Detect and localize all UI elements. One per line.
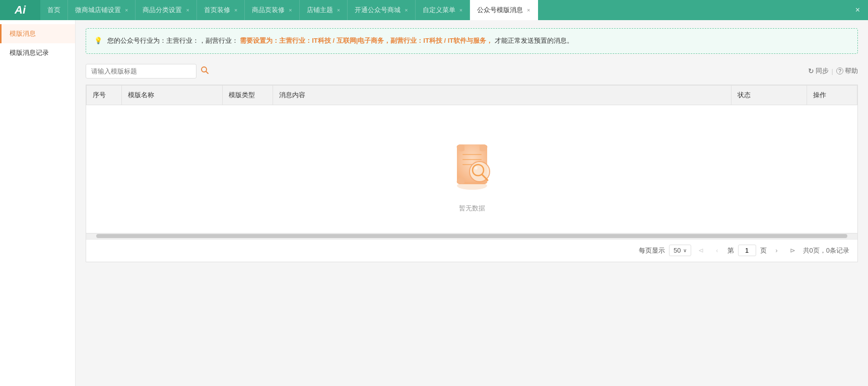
tab-wechat-store[interactable]: 微商城店铺设置 × — [68, 0, 136, 20]
page-label: 第 — [727, 246, 734, 255]
tab-open-mall-close[interactable]: × — [405, 7, 408, 13]
tab-open-mall[interactable]: 开通公众号商城 × — [348, 0, 415, 20]
scrollbar-area[interactable] — [86, 233, 857, 239]
tab-home-decor[interactable]: 首页装修 × — [197, 0, 245, 20]
content-area: 💡 您的公众号行业为：主营行业：，副营行业： 需要设置为：主营行业：IT科技 /… — [76, 20, 868, 386]
scroll-thumb[interactable] — [96, 234, 847, 238]
help-button[interactable]: ? 帮助 — [836, 66, 858, 75]
search-input[interactable] — [86, 64, 196, 79]
svg-line-1 — [206, 71, 208, 73]
tab-store-theme-label: 店铺主题 — [307, 6, 333, 15]
top-nav: Ai 首页 微商城店铺设置 × 商品分类设置 × 首页装修 × 商品页装修 × … — [0, 0, 868, 20]
page-number-input[interactable] — [738, 245, 756, 256]
tab-wechat-store-label: 微商城店铺设置 — [75, 6, 121, 15]
tab-store-theme[interactable]: 店铺主题 × — [300, 0, 348, 20]
tab-product-decor-close[interactable]: × — [289, 7, 292, 13]
search-icon — [201, 66, 209, 74]
sidebar-item-template-message[interactable]: 模版消息 — [0, 24, 75, 43]
tab-product-category-close[interactable]: × — [186, 7, 189, 13]
total-info: 共0页，0条记录 — [803, 246, 849, 255]
tab-home[interactable]: 首页 — [40, 0, 68, 20]
table-header-row: 序号 模版名称 模版类型 消息内容 状态 — [87, 85, 857, 105]
app-logo: Ai — [0, 0, 40, 20]
lightbulb-icon: 💡 — [94, 37, 102, 44]
tab-product-category-label: 商品分类设置 — [143, 6, 182, 15]
tab-product-category[interactable]: 商品分类设置 × — [136, 0, 196, 20]
empty-state: 暂无数据 — [86, 105, 857, 233]
tab-custom-menu[interactable]: 自定义菜单 × — [416, 0, 470, 20]
notice-box: 💡 您的公众号行业为：主营行业：，副营行业： 需要设置为：主营行业：IT科技 /… — [86, 28, 858, 54]
per-page-value: 50 — [674, 247, 681, 254]
last-page-button[interactable]: ⊳ — [787, 245, 799, 257]
tab-home-label: 首页 — [47, 6, 60, 15]
tab-custom-menu-close[interactable]: × — [459, 7, 462, 13]
notice-prefix: 您的公众号行业为：主营行业：，副营行业： — [107, 37, 238, 44]
search-button[interactable] — [201, 66, 209, 76]
tab-template-msg[interactable]: 公众号模版消息 × — [470, 0, 538, 20]
notice-suffix: 才能正常发送预置的消息。 — [495, 37, 573, 44]
pagination-bar: 每页显示 50 ∨ ⊲ ‹ 第 页 › ⊳ 共0页，0条记录 — [86, 239, 857, 262]
sync-label: 同步 — [816, 66, 829, 75]
th-name: 模版名称 — [122, 85, 223, 105]
sidebar-item-template-message-log[interactable]: 模版消息记录 — [0, 43, 75, 62]
tab-store-theme-close[interactable]: × — [337, 7, 340, 13]
per-page-label: 每页显示 — [639, 246, 665, 255]
per-page-select[interactable]: 50 ∨ — [669, 245, 691, 256]
empty-text: 暂无数据 — [459, 204, 485, 213]
tab-home-decor-close[interactable]: × — [234, 7, 237, 13]
sync-button[interactable]: ↻ 同步 — [808, 66, 829, 75]
refresh-icon: ↻ — [808, 67, 814, 75]
th-seq: 序号 — [87, 85, 122, 105]
next-page-button[interactable]: › — [771, 245, 783, 257]
tab-template-msg-label: 公众号模版消息 — [477, 6, 523, 15]
help-label: 帮助 — [845, 66, 858, 75]
empty-state-icon — [442, 135, 502, 196]
prev-page-button[interactable]: ‹ — [711, 245, 723, 257]
sidebar: 模版消息 模版消息记录 — [0, 20, 76, 386]
notice-highlight: 需要设置为：主营行业：IT科技 / 互联网|电子商务，副营行业：IT科技 / I… — [240, 37, 493, 44]
tab-product-decor[interactable]: 商品页装修 × — [245, 0, 299, 20]
tab-template-msg-close[interactable]: × — [527, 7, 530, 13]
tab-product-decor-label: 商品页装修 — [252, 6, 285, 15]
search-right: ↻ 同步 | ? 帮助 — [808, 66, 858, 75]
divider: | — [832, 67, 833, 75]
tab-custom-menu-label: 自定义菜单 — [423, 6, 455, 15]
search-left — [86, 64, 209, 79]
tab-open-mall-label: 开通公众号商城 — [355, 6, 400, 15]
help-circle-icon: ? — [836, 67, 843, 74]
page-unit: 页 — [760, 246, 767, 255]
tab-home-decor-label: 首页装修 — [204, 6, 230, 15]
tab-wechat-store-close[interactable]: × — [125, 7, 128, 13]
global-close-button[interactable]: × — [847, 6, 868, 15]
th-type: 模版类型 — [223, 85, 273, 105]
search-bar: ↻ 同步 | ? 帮助 — [86, 64, 858, 79]
th-action: 操作 — [807, 85, 857, 105]
svg-point-9 — [475, 167, 478, 170]
main-layout: 模版消息 模版消息记录 💡 您的公众号行业为：主营行业：，副营行业： 需要设置为… — [0, 20, 868, 386]
th-status: 状态 — [731, 85, 807, 105]
chevron-down-icon: ∨ — [683, 248, 687, 253]
data-table: 序号 模版名称 模版类型 消息内容 状态 — [86, 85, 857, 105]
th-content: 消息内容 — [273, 85, 731, 105]
first-page-button[interactable]: ⊲ — [695, 245, 707, 257]
table-container: 序号 模版名称 模版类型 消息内容 状态 — [86, 85, 858, 262]
